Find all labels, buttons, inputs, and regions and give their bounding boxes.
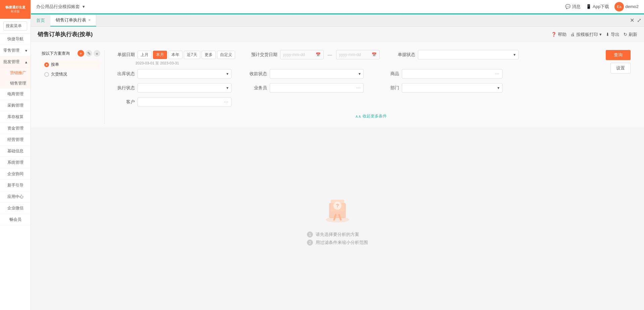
message-icon: 💬 [565, 4, 571, 9]
filter-item-date: 单据日期 上月 本月 本年 近7天 更多 自定义 [111, 51, 235, 59]
scheme-item-shortage[interactable]: 欠货情况 [42, 70, 100, 79]
expand-window-btn[interactable]: ⤢ [637, 17, 641, 23]
cal-icon-end: 📅 [372, 52, 377, 57]
sidebar-sub-marketing[interactable]: 营销推广 [0, 68, 31, 78]
goods-input[interactable]: ··· [402, 69, 502, 79]
sidebar-item-operations[interactable]: 经营管理 [0, 134, 31, 146]
filter-item-predict-date: 预计交货日期 yyyy-mm-dd 📅 — yyyy-mm-dd 📅 [247, 50, 380, 59]
refresh-btn[interactable]: ↻ 刷新 [624, 32, 637, 38]
help-label: 帮助 [558, 32, 567, 38]
empty-step-1: 1 请先选择要分析的方案 [307, 231, 368, 238]
industry-name: 办公用品行业模拟账套 [36, 4, 80, 10]
scheme-item-order[interactable]: ● 按单 [42, 60, 100, 69]
print-btn[interactable]: 🖨 按模板打印 ▾ [571, 32, 602, 38]
delivery-label: 出库状态 [111, 71, 135, 77]
scheme-edit-btn[interactable]: ✎ [86, 50, 92, 57]
date-btn-lastmonth[interactable]: 上月 [138, 51, 152, 59]
date-btn-7days[interactable]: 近7天 [184, 51, 200, 59]
collapse-section: ∧∧ 收起更多条件 [111, 111, 631, 124]
app-logo: 畅捷通好生意 标准版 [0, 0, 31, 19]
collection-chevron: ▾ [359, 71, 361, 76]
date-dash: — [328, 52, 332, 57]
query-btn[interactable]: 查询 [606, 50, 631, 60]
date-btn-custom[interactable]: 自定义 [217, 51, 235, 59]
sidebar-item-wholesale[interactable]: 批发管理 ▴ [0, 56, 31, 68]
sidebar-item-purchase[interactable]: 采购管理 [0, 100, 31, 111]
date-btn-more[interactable]: 更多 [202, 51, 216, 59]
execute-select[interactable]: ▾ [138, 83, 231, 93]
customer-more-icon: ··· [224, 99, 228, 105]
empty-svg: ? [321, 193, 354, 226]
sidebar-item-wechat[interactable]: 企业微信 [0, 203, 31, 214]
industry-chevron[interactable]: ▾ [83, 4, 85, 9]
scheme-add-btn[interactable]: + [77, 50, 84, 57]
retail-arrow: ▾ [25, 48, 27, 53]
main-area: 办公用品行业模拟账套 ▾ 💬 消息 📱 App下载 Ea demo2 首页 [31, 0, 644, 310]
page-header: 销售订单执行表(按单) ❓ 帮助 🖨 按模板打印 ▾ ⬇ 导出 ↻ 刷新 [31, 27, 644, 42]
date-btn-thisyear[interactable]: 本年 [168, 51, 182, 59]
date-btn-thismonth[interactable]: 本月 [153, 51, 167, 59]
page-content: 销售订单执行表(按单) ❓ 帮助 🖨 按模板打印 ▾ ⬇ 导出 ↻ 刷新 [31, 27, 644, 310]
collection-label: 收款状态 [244, 71, 267, 77]
sidebar-sub-sales[interactable]: 销售管理 [0, 78, 31, 89]
username: demo2 [625, 4, 639, 9]
user-profile[interactable]: Ea demo2 [614, 2, 639, 11]
predict-date-start[interactable]: yyyy-mm-dd 📅 [280, 50, 324, 59]
filter-actions: 查询 设置 [606, 50, 631, 111]
sidebar-item-enterprise[interactable]: 企业协同 [0, 168, 31, 180]
status-select[interactable]: ▾ [418, 50, 519, 59]
sidebar-item-newuser[interactable]: 新手引导 [0, 180, 31, 191]
sidebar-item-membership[interactable]: 畅会员 [0, 214, 31, 225]
salesman-input[interactable]: ··· [270, 83, 364, 93]
message-label: 消息 [572, 4, 581, 10]
logo-sub: 标准版 [11, 9, 20, 14]
collection-select[interactable]: ▾ [270, 69, 364, 79]
message-btn[interactable]: 💬 消息 [565, 4, 581, 10]
delivery-chevron: ▾ [226, 71, 228, 76]
predict-date-end-placeholder: yyyy-mm-dd [339, 52, 361, 57]
help-btn[interactable]: ❓ 帮助 [551, 32, 567, 38]
tab-home[interactable]: 首页 [31, 14, 50, 27]
sales-label: 销售管理 [10, 81, 26, 86]
empty-state: ? 1 请先选择要分析的方案 2 用过滤条件来缩小分析范围 [31, 128, 644, 310]
scheme-collapse-btn[interactable]: « [94, 50, 100, 57]
predict-date-end[interactable]: yyyy-mm-dd 📅 [336, 50, 380, 59]
filter-item-goods: 商品 ··· [376, 69, 502, 79]
sidebar-item-appcenter[interactable]: 应用中心 [0, 191, 31, 203]
scheme-item-icon-order: ● [44, 62, 49, 67]
collapse-btn[interactable]: ∧∧ 收起更多条件 [111, 111, 631, 121]
empty-step-2: 2 用过滤条件来缩小分析范围 [307, 240, 368, 246]
search-menu-button[interactable]: 搜索菜单 [3, 21, 27, 31]
filter-item-salesman: 业务员 ··· [244, 83, 364, 93]
topbar: 办公用品行业模拟账套 ▾ 💬 消息 📱 App下载 Ea demo2 [31, 0, 644, 13]
sidebar-item-ecommerce[interactable]: 电商管理 [0, 89, 31, 100]
close-window-btn[interactable]: ✕ [630, 17, 634, 23]
delivery-select[interactable]: ▾ [138, 69, 231, 79]
sidebar-item-finance[interactable]: 资金管理 [0, 123, 31, 134]
filter-main: 单据日期 上月 本月 本年 近7天 更多 自定义 [111, 50, 631, 111]
department-select[interactable]: ▾ [402, 83, 502, 93]
sidebar-item-retail[interactable]: 零售管理 ▾ [0, 45, 31, 56]
filter-item-execute: 执行状态 ▾ [111, 83, 231, 93]
scheme-header: 按以下方案查询 + ✎ « [42, 50, 100, 57]
status-chevron: ▾ [514, 52, 516, 57]
refresh-label: 刷新 [629, 32, 637, 38]
customer-input[interactable]: ··· [138, 97, 231, 107]
export-btn[interactable]: ⬇ 导出 [606, 32, 620, 38]
settings-btn[interactable]: 设置 [610, 63, 631, 73]
scheme-item-label-shortage: 欠货情况 [51, 71, 67, 77]
scheme-item-icon-shortage [44, 72, 49, 77]
department-label: 部门 [376, 85, 399, 91]
logo-text: 畅捷通好生意 [5, 5, 25, 9]
tab-sales-order[interactable]: 销售订单执行表 × [50, 14, 96, 27]
app-download-btn[interactable]: 📱 App下载 [586, 4, 609, 10]
sidebar-item-system[interactable]: 系统管理 [0, 157, 31, 168]
tab-close-icon[interactable]: × [88, 18, 91, 22]
predict-date-label: 预计交货日期 [247, 52, 277, 58]
export-icon: ⬇ [606, 32, 609, 37]
filter-row-3: 执行状态 ▾ 业务员 ··· [111, 83, 606, 93]
sidebar-item-basic[interactable]: 基础信息 [0, 146, 31, 157]
sidebar-item-quicknav[interactable]: 快捷导航 [0, 34, 31, 45]
sidebar-item-inventory[interactable]: 库存核算 [0, 111, 31, 123]
scheme-item-label-order: 按单 [51, 62, 59, 67]
